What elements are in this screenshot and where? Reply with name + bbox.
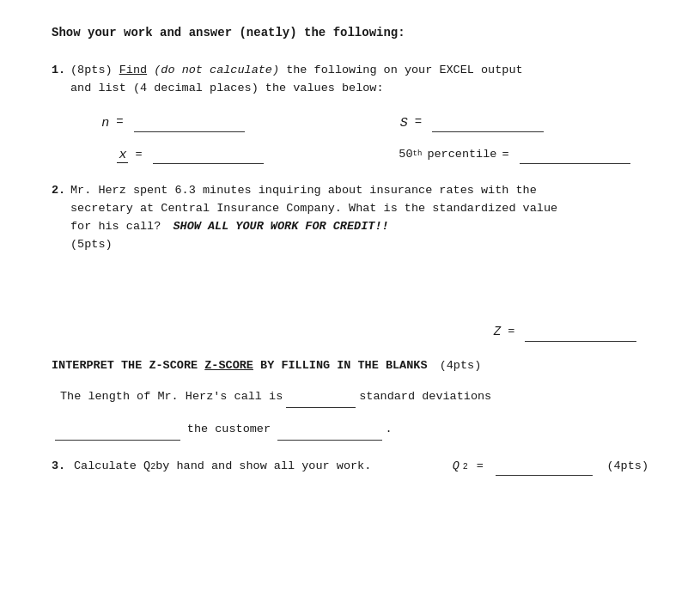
percentile-blank[interactable] xyxy=(520,145,631,164)
fill-line-1: The length of Mr. Herz's call is standar… xyxy=(52,384,648,408)
q1-find: Find xyxy=(119,64,147,76)
percentile-num: 50 xyxy=(399,146,412,164)
header-text: Show your work and answer (neatly) the f… xyxy=(52,24,648,43)
exam-page: Show your work and answer (neatly) the f… xyxy=(0,0,700,590)
fill-line-2: the customer . xyxy=(52,417,648,441)
percentile-label: percentile xyxy=(427,146,496,164)
s-field-group: S = xyxy=(400,113,547,133)
q3-right: Q 2 = (4pts) xyxy=(453,458,648,477)
q2-number: 2. xyxy=(52,182,67,200)
q3-left: 3. Calculate Q 2 by hand and show all yo… xyxy=(52,458,371,476)
q3-label: Q xyxy=(453,458,460,476)
xbar-label: x xyxy=(117,145,128,165)
q1-body: (8pts) Find (do not calculate) the follo… xyxy=(70,62,648,98)
fill1-post: standard deviations xyxy=(359,385,491,408)
fill2-blank2[interactable] xyxy=(277,417,382,441)
q2-work-area xyxy=(52,254,648,314)
question-3: 3. Calculate Q 2 by hand and show all yo… xyxy=(52,458,648,477)
q3-equals: = xyxy=(477,458,484,476)
fill1-blank[interactable] xyxy=(286,384,356,408)
n-blank[interactable] xyxy=(134,113,246,132)
q1-fields-row1: n = S = xyxy=(52,113,648,133)
q3-text: Calculate Q xyxy=(74,458,150,476)
q3-text2: by hand and show all your work. xyxy=(155,458,371,476)
xbar-equals: = xyxy=(135,146,142,164)
q3-pts: (4pts) xyxy=(606,458,648,476)
n-field-group: n = xyxy=(101,113,248,133)
q3-row: 3. Calculate Q 2 by hand and show all yo… xyxy=(52,458,648,477)
q1-pts: (8pts) xyxy=(70,64,113,76)
xbar-field-group: x = xyxy=(117,145,267,165)
fill1-pre: The length of Mr. Herz's call is xyxy=(60,385,283,408)
interpret-pts: (4pts) xyxy=(440,359,482,372)
s-blank[interactable] xyxy=(432,113,544,132)
s-label: S xyxy=(400,113,408,133)
z-equals: = xyxy=(508,323,514,341)
q3-number: 3. xyxy=(52,458,67,476)
z-blank[interactable] xyxy=(525,323,636,342)
question-1: 1. (8pts) Find (do not calculate) the fo… xyxy=(52,62,648,165)
q1-text1: the following on your EXCEL output xyxy=(286,64,522,76)
q1-text2: and list (4 decimal places) the values b… xyxy=(70,82,384,94)
n-label: n xyxy=(101,113,109,133)
q3-blank[interactable] xyxy=(496,458,593,477)
s-equals: = xyxy=(415,113,422,132)
interpret-title: INTERPRET THE Z-SCORE Z-SCORE BY FILLING… xyxy=(52,357,648,375)
xbar-blank[interactable] xyxy=(153,145,265,164)
q3-subscript2: 2 xyxy=(463,460,468,474)
question-2: 2. Mr. Herz spent 6.3 minutes inquiring … xyxy=(52,182,648,441)
q2-body: Mr. Herz spent 6.3 minutes inquiring abo… xyxy=(70,182,648,254)
percentile-equals: = xyxy=(502,146,508,164)
fill2-post: the customer xyxy=(187,417,271,441)
fill2-blank1[interactable] xyxy=(55,417,180,441)
q2-pts: (5pts) xyxy=(70,238,113,251)
interpret-underline: Z-SCORE xyxy=(204,359,253,372)
interpret-section: INTERPRET THE Z-SCORE Z-SCORE BY FILLING… xyxy=(52,357,648,441)
q1-italic: (do not calculate) xyxy=(154,64,279,76)
fill2-end: . xyxy=(386,417,393,441)
q1-fields-row2: x = 50th percentile = xyxy=(52,145,648,165)
q2-text1: Mr. Herz spent 6.3 minutes inquiring abo… xyxy=(70,184,537,197)
z-label: Z xyxy=(494,323,501,342)
q2-text3: for his call? xyxy=(70,220,161,233)
q2-bold-italic: SHOW ALL YOUR WORK FOR CREDIT!! xyxy=(173,220,388,233)
percentile-sup: th xyxy=(413,149,423,161)
n-equals: = xyxy=(116,113,123,132)
q1-number: 1. xyxy=(52,62,67,80)
percentile-field-group: 50th percentile = xyxy=(399,145,634,164)
interpret-middle: BY FILLING IN THE BLANKS xyxy=(260,359,427,372)
z-score-row: Z = xyxy=(52,323,648,342)
q2-text2: secretary at Central Insurance Company. … xyxy=(70,202,557,215)
interpret-title-text: INTERPRET THE Z-SCORE xyxy=(52,359,198,372)
